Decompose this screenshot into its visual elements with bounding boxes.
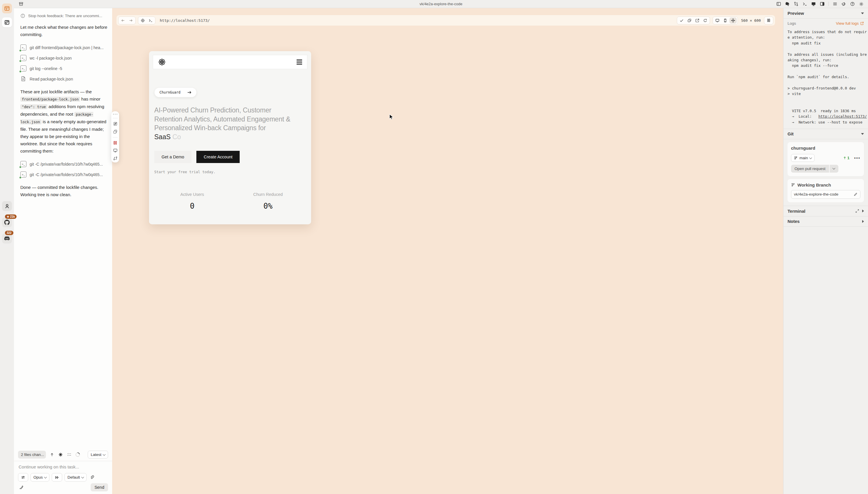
hero-brand-typing: Co [172, 133, 181, 141]
info-icon [20, 13, 25, 18]
agent-chat-panel: Stop hook feedback: There are uncommi...… [14, 8, 112, 247]
console-icon[interactable] [149, 18, 153, 23]
success-dot [19, 176, 21, 179]
success-dot [19, 50, 21, 52]
layout-icon [4, 5, 10, 11]
inline-code: "dev": true [20, 104, 47, 109]
create-account-button[interactable]: Create Account [196, 151, 240, 163]
hide-preview-icon[interactable] [113, 121, 118, 126]
assistant-message: Let me check what these changes are befo… [20, 23, 108, 38]
terminal-tool-icon: >_ [20, 55, 26, 61]
stat-active-users: Active Users 0 [180, 192, 204, 210]
document-icon [20, 76, 26, 82]
site-logo-icon[interactable] [158, 58, 166, 66]
drag-handle-icon[interactable] [113, 114, 118, 115]
person-icon [4, 204, 10, 209]
copy-icon[interactable] [113, 129, 118, 134]
terminal-tool-icon: >_ [20, 65, 26, 72]
tool-call-row[interactable]: >_ wc -l package-lock.json [20, 55, 108, 61]
url-field[interactable]: http://localhost:5173/ [160, 18, 210, 23]
left-rail: ★ 21k 322 [0, 0, 14, 247]
assistant-message: Done — committed the lockfile changes. W… [20, 184, 108, 198]
account-button[interactable] [2, 201, 12, 211]
target-icon[interactable] [141, 18, 145, 23]
inspect-group [138, 17, 155, 24]
stat-churn-reduced: Churn Reduced 0% [253, 192, 283, 210]
stop-hook-text: Stop hook feedback: There are uncommi... [28, 14, 102, 18]
tool-call-row[interactable]: >_ git diff frontend/package-lock.json |… [20, 44, 108, 51]
page-viewport: ChurnGuard AI-Powered Churn Prediction, … [149, 51, 311, 224]
arrow-right-icon [188, 91, 192, 94]
titlebar: vk/4e2a-explore-the-code [14, 0, 434, 8]
window-title: vk/4e2a-explore-the-code [14, 2, 434, 6]
mouse-cursor [388, 114, 395, 120]
github-button[interactable]: ★ 21k [2, 217, 12, 227]
site-navbar [153, 55, 307, 69]
archive-box-icon [19, 1, 23, 6]
inline-code: frontend/package-lock.json [20, 97, 80, 102]
tool-call-row[interactable]: >_ git log --oneline -5 [20, 65, 108, 72]
tool-call-row[interactable]: >_ git -C /private/var/folders/10/h7w0q4… [20, 171, 108, 177]
success-dot [19, 70, 21, 73]
hero-brand-dark: SaaS [154, 133, 171, 141]
monitor-icon[interactable] [113, 148, 118, 153]
github-stars-badge: ★ 21k [5, 214, 17, 219]
read-file-row[interactable]: Read package-lock.json [20, 76, 108, 82]
success-dot [19, 166, 21, 168]
assistant-message: These are just lockfile artifacts — the … [20, 88, 108, 155]
back-icon[interactable] [121, 18, 125, 23]
discord-button[interactable]: 322 [2, 234, 12, 244]
trial-text: Start your free trial today. [154, 170, 306, 174]
message-hover-toolbar [111, 111, 119, 163]
forward-icon[interactable] [129, 18, 133, 23]
preview-panel: http://localhost:5173/ [112, 8, 434, 247]
discord-badge: 322 [5, 231, 13, 235]
github-icon [4, 219, 10, 226]
site-menu-icon[interactable] [297, 60, 302, 65]
git-compare-icon[interactable] [113, 156, 118, 161]
split-columns-icon[interactable] [113, 141, 117, 145]
terminal-tool-icon: >_ [20, 44, 26, 51]
layout-panel-button[interactable] [2, 3, 12, 13]
stop-hook-banner[interactable]: Stop hook feedback: There are uncommi... [20, 13, 108, 18]
kanban-panel-button[interactable] [2, 17, 12, 27]
tool-call-row[interactable]: >_ git -C /private/var/folders/10/h7w0q4… [20, 161, 108, 167]
success-dot [19, 60, 21, 62]
browser-toolbar: http://localhost:5173/ [117, 15, 434, 25]
terminal-tool-icon: >_ [20, 171, 26, 177]
kanban-icon [4, 19, 10, 25]
archive-button[interactable] [19, 1, 23, 6]
hero-heading: AI-Powered Churn Prediction, Customer Re… [154, 106, 301, 141]
chat-messages[interactable]: Stop hook feedback: There are uncommi...… [14, 8, 112, 247]
brand-pill[interactable]: ChurnGuard [154, 88, 197, 97]
nav-group [118, 17, 136, 24]
discord-icon [4, 235, 10, 242]
get-demo-button[interactable]: Get a Demo [154, 151, 192, 163]
terminal-tool-icon: >_ [20, 161, 26, 167]
